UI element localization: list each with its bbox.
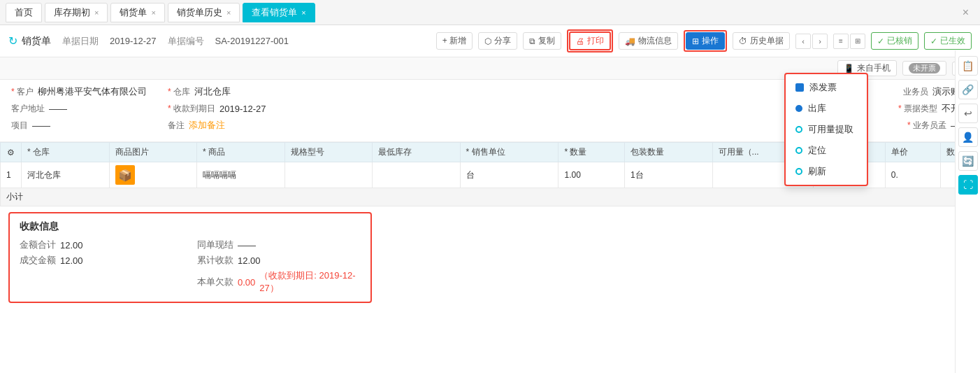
avail-qty-icon [795,126,802,133]
outbound-icon [795,105,802,112]
refresh-item[interactable]: 刷新 [786,161,867,182]
share-btn[interactable]: ⬡ 分享 [478,32,517,50]
biz-label: 业务员孟 [907,120,946,132]
sidebar-link-btn[interactable]: 🔗 [958,80,978,99]
warehouse-field: 仓库 河北仓库 [168,85,308,98]
history-btn[interactable]: ⏱ 历史单据 [733,32,790,50]
deal-amount-label: 成交金额 [20,254,56,267]
logistics-btn-label: 物流信息 [638,35,672,47]
tab-inventory[interactable]: 库存期初 × [45,3,108,22]
subtotal-label: 小计 [1,188,980,206]
truck-icon: 🚚 [625,36,635,46]
outbound-label: 出库 [808,102,826,115]
row-warehouse: 河北仓库 [22,162,110,188]
date-value: 2019-12-27 [110,36,157,46]
avail-qty-item[interactable]: 可用量提取 [786,119,867,140]
row-product: 嗝嗝嗝嗝 [197,162,285,188]
tab-view-sales-close[interactable]: × [301,8,305,17]
tab-sales-history[interactable]: 销货单历史 × [168,3,240,22]
logistics-btn[interactable]: 🚚 物流信息 [619,32,678,50]
not-open-btn[interactable]: 未开票 [902,61,946,76]
row-qty: 1.00 [559,162,625,188]
operate-btn-label: 操作 [702,35,719,47]
doc-title: ↻ 销货单 [8,34,51,48]
deal-amount-row: 成交金额 12.00 [20,254,183,267]
tab-sales[interactable]: 销货单 × [110,3,164,22]
refresh-icon [795,168,802,175]
print-icon: 🖨 [576,36,584,46]
tab-view-sales[interactable]: 查看销货单 × [243,3,315,22]
outstanding-label: 本单欠款 [197,276,233,288]
accumulated-receipt-label: 累计收款 [197,254,233,267]
th-img: 商品图片 [109,143,197,162]
add-invoice-item[interactable]: 添发票 [786,77,867,98]
copy-btn[interactable]: ⧉ 复制 [523,32,561,50]
nav-prev-btn[interactable]: ‹ [795,34,811,49]
row-min-stock [373,162,461,188]
customer-field: 客户 柳州粤港平安气体有限公司 [11,85,151,98]
note-field: 备注 添加备注 [168,119,308,132]
new-btn[interactable]: + 新增 [436,32,473,50]
effective-icon: ✓ [930,36,937,46]
address-field: 客户地址 —— [11,103,151,115]
tab-inventory-close[interactable]: × [94,8,99,17]
same-order-settle-value: —— [238,240,256,251]
sidebar-refresh-btn[interactable]: 🔄 [958,151,978,171]
address-label: 客户地址 [11,103,45,115]
row-no: 1 [1,162,22,188]
row-img: 📦 [109,162,197,188]
view-grid-btn[interactable]: ⊞ [850,34,865,49]
subtotal-row: 小计 [1,188,980,206]
sidebar-expand-btn[interactable]: ⛶ [958,175,978,195]
tab-home[interactable]: 首页 [6,3,42,22]
row-unit: 台 [460,162,559,188]
view-list-btn[interactable]: ≡ [833,34,849,49]
th-price: 单价 [885,143,940,162]
copy-icon: ⧉ [529,36,535,46]
th-settings[interactable]: ⚙ [1,143,22,162]
tab-bar-close-btn[interactable]: × [957,6,974,19]
row-pack: 1台 [625,162,713,188]
th-qty: * 数量 [559,143,625,162]
payment-date-value: 2019-12-27 [219,104,266,114]
sidebar-doc-btn[interactable]: 📋 [958,56,978,76]
tab-sales-history-close[interactable]: × [226,8,231,17]
view-toggle: ≡ ⊞ [833,34,865,49]
print-btn[interactable]: 🖨 打印 [569,31,611,50]
payment-total-row: 金额合计 12.00 [20,239,183,251]
tab-bar: 首页 库存期初 × 销货单 × 销货单历史 × 查看销货单 × × [0,0,980,25]
project-label: 项目 [11,120,28,132]
avail-qty-label: 可用量提取 [808,123,853,136]
same-order-settle-row: 同单现结 —— [197,239,361,251]
operate-dropdown: 添发票 出库 可用量提取 定位 刷新 [784,73,868,186]
add-note-btn[interactable]: 添加备注 [189,119,225,132]
operate-btn[interactable]: ⊞ 操作 [686,32,725,50]
sold-btn[interactable]: ✓ 已核销 [871,32,918,50]
customer-label: 客户 [11,86,34,98]
effective-btn[interactable]: ✓ 已生效 [924,32,972,50]
row-price: 0. [885,162,940,188]
sidebar-return-btn[interactable]: ↩ [958,104,978,123]
accumulated-receipt-value: 12.00 [238,255,261,266]
locate-icon [795,147,802,154]
payment-total-label: 金额合计 [20,239,56,251]
sidebar-user-btn[interactable]: 👤 [958,127,978,147]
payment-date-label: 收款到期日 [168,103,215,115]
locate-item[interactable]: 定位 [786,140,867,161]
add-invoice-label: 添发票 [809,81,837,94]
tab-sales-label: 销货单 [120,6,147,19]
copy-btn-label: 复制 [538,35,555,47]
tab-inventory-label: 库存期初 [54,6,90,19]
operate-highlight: ⊞ 操作 [684,30,727,52]
doc-no-value: SA-20191227-001 [215,36,289,46]
outbound-item[interactable]: 出库 [786,98,867,119]
th-product: * 商品 [197,143,285,162]
history-icon: ⏱ [739,36,747,46]
share-btn-label: 分享 [494,35,511,47]
phone-icon: 📱 [844,64,854,73]
outstanding-value: 0.00 [238,277,255,288]
date-label: 单据日期 [62,35,99,48]
payment-title: 收款信息 [20,220,361,233]
nav-next-btn[interactable]: › [812,34,828,49]
tab-sales-close[interactable]: × [151,8,155,17]
